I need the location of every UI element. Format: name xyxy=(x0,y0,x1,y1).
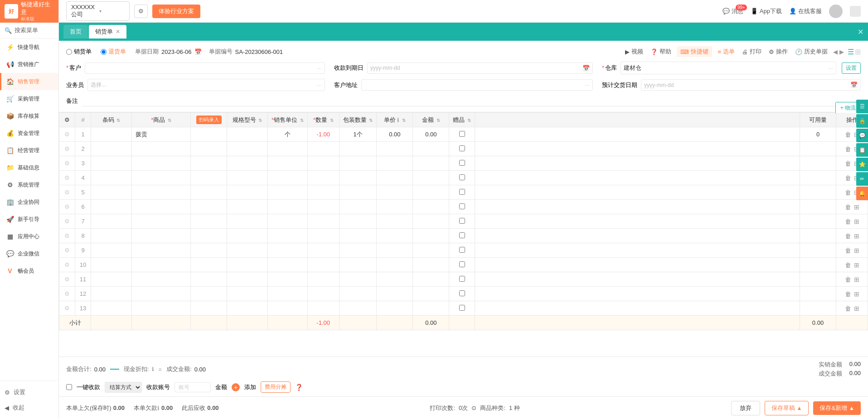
row-gift[interactable] xyxy=(449,272,475,287)
collapse-nav-btn[interactable]: ◀ 收起 xyxy=(0,400,58,415)
row-description[interactable] xyxy=(475,185,800,200)
settings-side-btn[interactable]: 设置 xyxy=(842,63,861,74)
trial-button[interactable]: 体验行业方案 xyxy=(152,5,200,18)
grid-view-icon[interactable]: ⊞ xyxy=(855,48,861,56)
row-amount[interactable] xyxy=(413,229,449,243)
row-product[interactable] xyxy=(132,287,191,301)
scan-btn[interactable]: 扫码录入 xyxy=(196,116,222,124)
delete-row-icon[interactable]: 🗑 xyxy=(845,174,851,182)
row-description[interactable] xyxy=(475,243,800,258)
select-list-btn[interactable]: ≡ 选单 xyxy=(716,47,737,57)
gift-checkbox[interactable] xyxy=(459,261,465,267)
row-barcode[interactable] xyxy=(91,214,132,229)
row-barcode[interactable] xyxy=(91,258,132,272)
row-qty[interactable] xyxy=(307,200,339,214)
user-avatar[interactable] xyxy=(829,5,843,18)
row-unit[interactable] xyxy=(268,258,308,272)
row-barcode[interactable] xyxy=(91,301,132,316)
tab-sales-order[interactable]: 销货单 ✕ xyxy=(89,25,126,39)
gift-checkbox[interactable] xyxy=(459,160,465,166)
row-settings[interactable]: ⚙ xyxy=(59,287,75,301)
row-barcode[interactable] xyxy=(91,272,132,287)
row-description[interactable] xyxy=(475,258,800,272)
row-amount[interactable] xyxy=(413,200,449,214)
row-spec[interactable] xyxy=(227,287,268,301)
sidebar-item-quick-nav[interactable]: ⚡ 快捷导航 xyxy=(0,39,58,56)
row-gift[interactable] xyxy=(449,258,475,272)
row-qty[interactable] xyxy=(307,258,339,272)
row-gift[interactable] xyxy=(449,142,475,156)
row-description[interactable] xyxy=(475,229,800,243)
row-barcode[interactable] xyxy=(91,171,132,185)
sidebar-item-basic-info[interactable]: 📁 基础信息 xyxy=(0,159,58,176)
row-product[interactable] xyxy=(132,243,191,258)
row-spec[interactable] xyxy=(227,185,268,200)
row-amount[interactable] xyxy=(413,142,449,156)
row-settings[interactable]: ⚙ xyxy=(59,156,75,171)
copy-row-icon[interactable]: ⊞ xyxy=(854,305,859,312)
row-description[interactable] xyxy=(475,301,800,316)
row-qty[interactable] xyxy=(307,301,339,316)
expense-split-btn[interactable]: 费用分摊 xyxy=(261,381,291,393)
row-amount[interactable] xyxy=(413,156,449,171)
row-gift[interactable] xyxy=(449,171,475,185)
copy-row-icon[interactable]: ⊞ xyxy=(854,261,859,269)
row-description[interactable] xyxy=(475,156,800,171)
gift-checkbox[interactable] xyxy=(459,305,465,311)
fr-btn-3[interactable]: 💬 xyxy=(856,129,868,142)
due-date-input[interactable]: yyyy-mm-dd 📅 xyxy=(367,63,593,74)
help-btn[interactable]: ❓ 帮助 xyxy=(649,47,673,57)
account-input[interactable] xyxy=(175,382,211,392)
row-amount[interactable] xyxy=(413,214,449,229)
row-description[interactable] xyxy=(475,127,800,142)
settings-nav-btn[interactable]: ⚙ 设置 xyxy=(0,385,58,400)
row-spec[interactable] xyxy=(227,214,268,229)
user-avatar-2[interactable] xyxy=(850,6,861,17)
fr-btn-6[interactable]: ✏ xyxy=(856,172,868,186)
save-draft-button[interactable]: 保存草稿 ▲ xyxy=(765,401,809,415)
row-pkg-qty[interactable] xyxy=(339,272,377,287)
gift-checkbox[interactable] xyxy=(459,290,465,296)
sales-radio-input[interactable] xyxy=(66,49,72,55)
row-product[interactable] xyxy=(132,156,191,171)
copy-row-icon[interactable]: ⊞ xyxy=(854,203,859,211)
row-qty[interactable] xyxy=(307,243,339,258)
row-settings[interactable]: ⚙ xyxy=(59,214,75,229)
salesman-dots[interactable]: ··· xyxy=(317,82,322,88)
row-settings[interactable]: ⚙ xyxy=(59,185,75,200)
tab-home[interactable]: 首页 xyxy=(63,25,88,39)
row-barcode[interactable] xyxy=(91,200,132,214)
row-price[interactable] xyxy=(377,171,413,185)
row-settings[interactable]: ⚙ xyxy=(59,229,75,243)
row-spec[interactable] xyxy=(227,243,268,258)
row-pkg-qty[interactable] xyxy=(339,258,377,272)
row-unit[interactable] xyxy=(268,156,308,171)
row-pkg-qty[interactable] xyxy=(339,214,377,229)
row-gift[interactable] xyxy=(449,229,475,243)
row-qty[interactable] xyxy=(307,214,339,229)
sidebar-item-inventory[interactable]: 📦 库存核算 xyxy=(0,107,58,125)
row-settings[interactable]: ⚙ xyxy=(59,171,75,185)
row-description[interactable] xyxy=(475,142,800,156)
row-product[interactable] xyxy=(132,301,191,316)
row-price[interactable] xyxy=(377,214,413,229)
save-new-button[interactable]: 保存&新增 ▲ xyxy=(813,401,861,415)
row-settings[interactable]: ⚙ xyxy=(59,127,75,142)
row-gift[interactable] xyxy=(449,156,475,171)
row-settings[interactable]: ⚙ xyxy=(59,142,75,156)
row-description[interactable] xyxy=(475,200,800,214)
row-description[interactable] xyxy=(475,171,800,185)
row-spec[interactable] xyxy=(227,229,268,243)
row-spec[interactable] xyxy=(227,127,268,142)
copy-row-icon[interactable]: ⊞ xyxy=(854,276,859,283)
row-product[interactable] xyxy=(132,214,191,229)
row-price[interactable] xyxy=(377,229,413,243)
row-unit[interactable] xyxy=(268,185,308,200)
row-qty[interactable] xyxy=(307,156,339,171)
row-gift[interactable] xyxy=(449,243,475,258)
gear-button[interactable]: ⚙ xyxy=(134,5,148,18)
sidebar-item-member[interactable]: V 畅会员 xyxy=(0,262,58,279)
delete-row-icon[interactable]: 🗑 xyxy=(845,261,851,269)
row-barcode[interactable] xyxy=(91,243,132,258)
next-icon[interactable]: ▶ xyxy=(839,48,844,55)
